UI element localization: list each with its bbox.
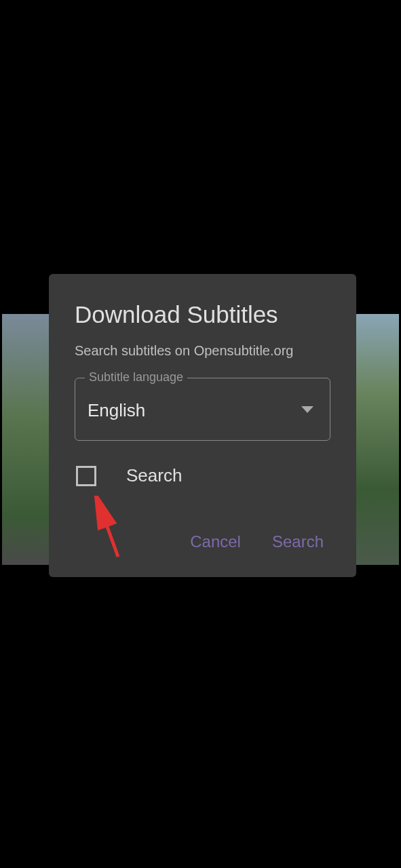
- cancel-button[interactable]: Cancel: [187, 527, 244, 557]
- search-checkbox-label: Search: [126, 465, 182, 486]
- search-button[interactable]: Search: [269, 527, 326, 557]
- select-value: English: [88, 400, 145, 420]
- select-label: Subtitle language: [85, 370, 187, 384]
- dialog-button-row: Cancel Search: [75, 527, 330, 557]
- dialog-subtitle: Search subtitles on Opensubtitle.org: [75, 343, 330, 359]
- dialog-title: Download Subtitles: [75, 301, 330, 328]
- subtitle-language-select[interactable]: Subtitle language English: [75, 378, 330, 441]
- video-background-right: [351, 314, 399, 565]
- chevron-down-icon: [301, 406, 313, 413]
- search-checkbox-row: Search: [75, 465, 330, 486]
- download-subtitles-dialog: Download Subtitles Search subtitles on O…: [49, 274, 356, 577]
- search-checkbox[interactable]: [76, 466, 96, 486]
- video-background-left: [2, 314, 50, 565]
